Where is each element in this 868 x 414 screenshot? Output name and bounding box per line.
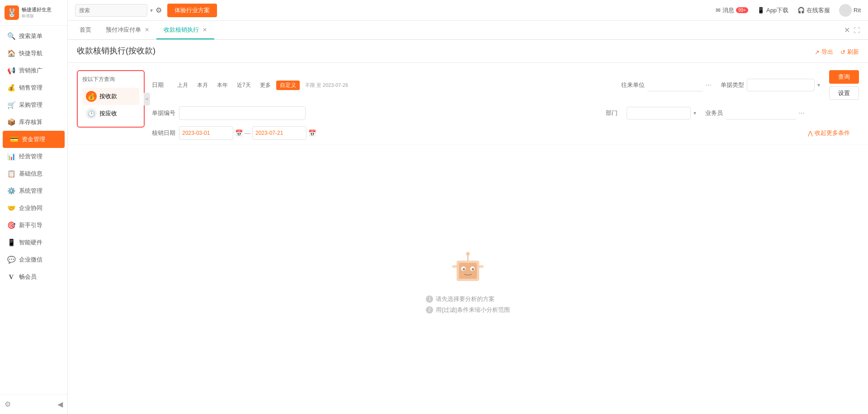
header-dropdown-icon[interactable]: ▾	[150, 7, 153, 14]
date-last-month[interactable]: 上月	[174, 81, 192, 90]
sidebar-item-wechat[interactable]: 💬 企业微信	[0, 251, 67, 268]
dept-chevron-icon[interactable]: ▾	[693, 110, 696, 116]
sidebar-item-marketing[interactable]: 📢 营销推广	[0, 62, 67, 79]
counterparty-label: 往来单位	[621, 81, 645, 89]
sidebar-bottom: ⚙ ◀	[0, 394, 67, 414]
sidebar-settings-icon[interactable]: ⚙	[5, 400, 11, 409]
svg-rect-6	[452, 265, 458, 268]
writeoff-date-range: 📅 — 📅	[179, 126, 316, 140]
wechat-icon: 💬	[7, 256, 15, 264]
export-icon: ↗	[815, 49, 820, 56]
query-button[interactable]: 查询	[829, 70, 859, 84]
date-hint: 不限 至 2023-07-26	[305, 82, 348, 89]
empty-hint-2: 用[过滤]条件来缩小分析范围	[426, 306, 509, 314]
filter-panel-title: 按以下方查询	[82, 76, 139, 83]
main-container: ▾ ⚙ 体验行业方案 ✉ 消息 99+ 📱 App下载 🎧 在线客服 Rit	[68, 0, 868, 414]
empty-hint-list: 请先选择要分析的方案 用[过滤]条件来缩小分析范围	[426, 295, 509, 317]
doctype-chevron-icon[interactable]: ▾	[817, 82, 820, 88]
settings-button[interactable]: 设置	[829, 86, 859, 100]
sidebar-item-smart-hw[interactable]: 📱 智能硬件	[0, 234, 67, 251]
header-search-input[interactable]	[75, 4, 147, 17]
header-online-service[interactable]: 🎧 在线客服	[797, 6, 830, 14]
counterparty-dots-icon[interactable]: ···	[706, 81, 712, 89]
panel-collapse-btn[interactable]: ‹‹	[144, 93, 150, 105]
date-more[interactable]: 更多	[256, 81, 274, 90]
filter-date-field: 日期 上月 本月 本年 近7天 更多 自定义 不限 至 2023-07-26	[152, 81, 348, 90]
filter-option-by-receipt[interactable]: 💰 按收款	[82, 88, 139, 105]
system-icon: ⚙️	[7, 187, 15, 195]
writeoff-date-start-input[interactable]	[179, 126, 233, 140]
date-quick-options: 上月 本月 本年 近7天 更多 自定义	[174, 81, 300, 90]
date-last-7days[interactable]: 近7天	[233, 81, 255, 90]
header-gear-icon[interactable]: ⚙	[156, 6, 162, 14]
header-search-area: ▾ ⚙	[75, 4, 162, 17]
capital-icon: 💳	[10, 135, 18, 143]
logo-text: 畅捷通好生意 标准版	[22, 6, 52, 19]
filter-doctype-field: 单据类型 ▾	[721, 79, 820, 91]
sidebar-item-basic[interactable]: 📋 基础信息	[0, 165, 67, 182]
svg-point-5	[472, 268, 474, 270]
export-button[interactable]: ↗ 导出	[815, 48, 833, 56]
date-this-month[interactable]: 本月	[193, 81, 212, 90]
sidebar-item-ops[interactable]: 📊 经营管理	[0, 148, 67, 165]
header-user[interactable]: Rit	[839, 4, 861, 17]
refresh-button[interactable]: ↺ 刷新	[840, 48, 859, 56]
message-icon: ✉	[716, 7, 721, 14]
by-receivable-icon: 🕐	[86, 108, 97, 119]
filter-action-buttons: 查询 设置	[829, 70, 859, 100]
by-receipt-icon: 💰	[86, 91, 97, 102]
tab-close-window-icon[interactable]: ✕	[844, 26, 850, 34]
sidebar-item-system[interactable]: ⚙️ 系统管理	[0, 182, 67, 200]
tab-maximize-icon[interactable]: ⛶	[854, 27, 860, 34]
sidebar-item-capital[interactable]: 💳 资金管理	[3, 131, 65, 148]
page-header: 收款核销执行(按收款) ↗ 导出 ↺ 刷新	[68, 40, 868, 63]
tab-collect-writeoff[interactable]: 收款核销执行 ✕	[156, 21, 214, 39]
writeoff-start-cal-icon[interactable]: 📅	[235, 129, 243, 137]
smart-hw-icon: 📱	[7, 238, 15, 247]
app-logo: 🐰 畅捷通好生意 标准版	[0, 0, 67, 26]
filter-docnumber-field: 单据编号	[152, 106, 306, 120]
sidebar-item-purchase[interactable]: 🛒 采购管理	[0, 96, 67, 114]
sidebar-item-guide[interactable]: 🎯 新手引导	[0, 217, 67, 234]
svg-rect-1	[459, 263, 477, 279]
header-actions: ✉ 消息 99+ 📱 App下载 🎧 在线客服 Rit	[716, 4, 861, 17]
tab-bar: 首页 预付冲应付单 ✕ 收款核销执行 ✕ ✕ ⛶	[68, 21, 868, 40]
page-header-actions: ↗ 导出 ↺ 刷新	[815, 45, 859, 59]
more-conditions-button[interactable]: ⋀ 收起更多条件	[799, 126, 859, 140]
quick-nav-icon: 🏠	[7, 49, 15, 57]
top-header: ▾ ⚙ 体验行业方案 ✉ 消息 99+ 📱 App下载 🎧 在线客服 Rit	[68, 0, 868, 21]
sidebar-item-search-menu[interactable]: 🔍 搜索菜单	[0, 28, 67, 45]
tab-collect-close-icon[interactable]: ✕	[203, 27, 207, 33]
writeoff-date-end-input[interactable]	[252, 126, 307, 140]
date-custom[interactable]: 自定义	[276, 81, 300, 90]
header-app-download[interactable]: 📱 App下载	[757, 6, 788, 14]
docnumber-input[interactable]	[179, 106, 306, 120]
sidebar-item-sales[interactable]: 💰 销售管理	[0, 79, 67, 96]
sidebar-item-quick-nav[interactable]: 🏠 快捷导航	[0, 45, 67, 62]
salesperson-dots-icon[interactable]: ···	[799, 109, 805, 117]
tab-home[interactable]: 首页	[72, 21, 99, 39]
header-message[interactable]: ✉ 消息 99+	[716, 6, 748, 14]
filter-right: 日期 上月 本月 本年 近7天 更多 自定义 不限 至 2023-07-26	[152, 70, 859, 140]
date-this-year[interactable]: 本年	[213, 81, 231, 90]
filter-dept-field: 部门 ▾	[606, 107, 696, 119]
headset-icon: 🎧	[797, 7, 805, 14]
inventory-icon: 📦	[7, 118, 15, 126]
user-avatar	[839, 4, 852, 17]
search-menu-icon: 🔍	[7, 32, 15, 40]
doctype-label: 单据类型	[721, 81, 744, 89]
solution-button[interactable]: 体验行业方案	[167, 4, 217, 17]
refresh-icon: ↺	[840, 49, 845, 56]
filter-left-panel: 按以下方查询 💰 按收款 🕐 按应收 ‹‹	[77, 70, 145, 128]
filter-option-by-receivable[interactable]: 🕐 按应收	[82, 105, 139, 122]
sidebar-item-enterprise[interactable]: 🤝 企业协同	[0, 200, 67, 217]
tab-prepay-conflict[interactable]: 预付冲应付单 ✕	[99, 21, 156, 39]
basic-icon: 📋	[7, 170, 15, 178]
sidebar-item-inventory[interactable]: 📦 库存核算	[0, 114, 67, 131]
filter-counterparty-field: 往来单位 ···	[621, 79, 712, 91]
writeoff-end-cal-icon[interactable]: 📅	[308, 129, 316, 137]
ops-icon: 📊	[7, 152, 15, 161]
sidebar-collapse-icon[interactable]: ◀	[57, 400, 63, 409]
tab-prepay-close-icon[interactable]: ✕	[145, 27, 149, 33]
sidebar-item-vip[interactable]: V 畅会员	[0, 268, 67, 286]
